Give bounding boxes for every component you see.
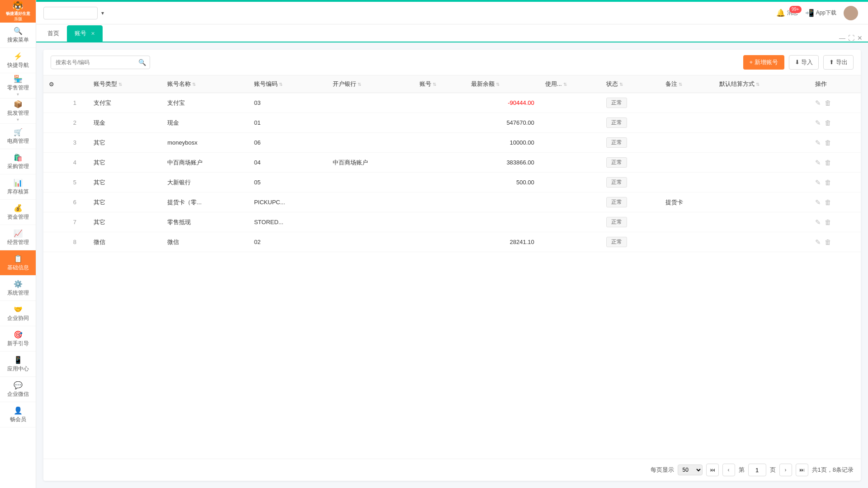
col-status[interactable]: 状态⇅ [601, 75, 660, 93]
row-code: 01 [249, 113, 327, 133]
row-gear [43, 93, 61, 113]
last-page-btn[interactable]: ⏭ [796, 464, 808, 476]
sidebar-item-operations-mgmt[interactable]: 📈 经营管理 [0, 225, 36, 250]
row-account-no [414, 153, 466, 173]
prev-page-btn[interactable]: ‹ [722, 464, 735, 476]
sidebar-item-inventory-calc[interactable]: 📊 库存核算 [0, 174, 36, 200]
delete-icon[interactable]: 🗑 [825, 218, 831, 226]
row-account-no [414, 173, 466, 192]
tab-account[interactable]: 账号 ✕ [67, 25, 103, 42]
sidebar-item-label: 资金管理 [7, 213, 29, 221]
sidebar-item-quick-nav[interactable]: ⚡ 快捷导航 [0, 48, 36, 73]
content-card: 🔍 + 新增账号 ⬇ 导入 ⬆ 导出 ⚙ 账号类型⇅ 账号名 [43, 50, 861, 481]
edit-icon[interactable]: ✎ [815, 99, 821, 107]
col-account-code[interactable]: 账号编码⇅ [249, 75, 327, 93]
sidebar-item-retail-mgmt[interactable]: 🏪 零售管理 ▾ [0, 73, 36, 99]
page-size-select[interactable]: 50 100 200 [678, 465, 703, 475]
col-open-bank[interactable]: 开户银行⇅ [327, 75, 414, 93]
sidebar-item-basic-info[interactable]: 📋 基础信息 [0, 250, 36, 276]
row-gear [43, 212, 61, 232]
row-gear [43, 133, 61, 153]
first-page-btn[interactable]: ⏮ [706, 464, 719, 476]
tab-maximize-btn[interactable]: ⛶ [848, 34, 854, 42]
row-balance [466, 192, 540, 212]
messages-btn[interactable]: 🔔 消息 99+ [776, 9, 798, 17]
search-button[interactable]: 🔍 [135, 56, 150, 69]
row-balance: 10000.00 [466, 133, 540, 153]
delete-icon[interactable]: 🗑 [825, 198, 831, 206]
edit-icon[interactable]: ✎ [815, 238, 821, 246]
sidebar-item-label: 企业微信 [7, 390, 29, 398]
sidebar: 🐯 畅捷通好生意 乐版 🔍 搜索菜单 ⚡ 快捷导航 🏪 零售管理 ▾ 📦 批发管… [0, 0, 36, 488]
sidebar-item-label: 采购管理 [7, 163, 29, 170]
sidebar-item-app-center[interactable]: 📱 应用中心 [0, 352, 36, 377]
table-row: 7 其它 零售抵现 STORED... 正常 ✎ 🗑 [43, 212, 861, 232]
ecommerce-mgmt-icon: 🛒 [14, 128, 23, 136]
sidebar-item-ecommerce-mgmt[interactable]: 🛒 电商管理 [0, 124, 36, 149]
sidebar-item-wholesale-mgmt[interactable]: 📦 批发管理 ▾ [0, 99, 36, 124]
edit-icon[interactable]: ✎ [815, 139, 821, 147]
export-button[interactable]: ⬆ 导出 [823, 55, 854, 70]
delete-icon[interactable]: 🗑 [825, 178, 831, 186]
sidebar-item-label: 新手引导 [7, 340, 29, 347]
delete-icon[interactable]: 🗑 [825, 139, 831, 146]
tab-account-close[interactable]: ✕ [91, 31, 95, 37]
edit-icon[interactable]: ✎ [815, 178, 821, 187]
row-default-settlement [714, 232, 810, 252]
gear-icon[interactable]: ⚙ [49, 81, 54, 88]
row-gear [43, 232, 61, 252]
sidebar-item-search-menu[interactable]: 🔍 搜索菜单 [0, 23, 36, 48]
edit-icon[interactable]: ✎ [815, 198, 821, 206]
sidebar-item-chang-member[interactable]: 👤 畅会员 [0, 402, 36, 427]
edit-icon[interactable]: ✎ [815, 119, 821, 127]
tab-close-btn[interactable]: ✕ [857, 34, 863, 42]
row-name: 大新银行 [162, 173, 249, 192]
quick-nav-icon: ⚡ [14, 52, 23, 61]
sidebar-item-enterprise-agreement[interactable]: 🤝 企业协同 [0, 301, 36, 326]
col-latest-balance[interactable]: 最新余额⇅ [466, 75, 540, 93]
sidebar-item-finance-mgmt[interactable]: 💰 资金管理 [0, 200, 36, 225]
add-account-button[interactable]: + 新增账号 [743, 55, 784, 70]
edit-icon[interactable]: ✎ [815, 218, 821, 226]
col-remark[interactable]: 备注⇅ [660, 75, 713, 93]
row-status: 正常 [601, 173, 660, 192]
next-page-btn[interactable]: › [779, 464, 792, 476]
row-type: 其它 [88, 153, 162, 173]
sidebar-item-enterprise-wechat[interactable]: 💬 企业微信 [0, 377, 36, 402]
tab-home[interactable]: 首页 [40, 25, 67, 42]
row-code: 04 [249, 153, 327, 173]
delete-icon[interactable]: 🗑 [825, 119, 831, 127]
edit-icon[interactable]: ✎ [815, 159, 821, 167]
page-input[interactable] [748, 464, 766, 476]
row-default-settlement [714, 113, 810, 133]
search-input[interactable] [51, 56, 135, 68]
header-right: 🔔 消息 99+ 📲 App下载 [776, 6, 861, 20]
header-dropdown[interactable]: ▾ [101, 10, 104, 16]
delete-icon[interactable]: 🗑 [825, 159, 831, 166]
delete-icon[interactable]: 🗑 [825, 238, 831, 246]
col-account-no[interactable]: 账号⇅ [414, 75, 466, 93]
col-default-settlement[interactable]: 默认结算方式⇅ [714, 75, 810, 93]
user-info[interactable] [844, 6, 861, 20]
col-usage[interactable]: 使用...⇅ [540, 75, 601, 93]
logo-icon: 🐯 [12, 0, 24, 11]
col-account-name[interactable]: 账号名称⇅ [162, 75, 249, 93]
tab-account-label: 账号 [75, 29, 86, 38]
row-default-settlement [714, 93, 810, 113]
delete-icon[interactable]: 🗑 [825, 99, 831, 107]
app-download-btn[interactable]: 📲 App下载 [805, 9, 836, 17]
tab-minimize-btn[interactable]: — [839, 34, 845, 42]
row-type: 现金 [88, 113, 162, 133]
row-code: PICKUPC... [249, 192, 327, 212]
import-button[interactable]: ⬇ 导入 [789, 55, 819, 70]
header-search-input[interactable] [43, 7, 98, 19]
col-account-type[interactable]: 账号类型⇅ [88, 75, 162, 93]
sidebar-item-new-guide[interactable]: 🎯 新手引导 [0, 326, 36, 352]
row-code: STORED... [249, 212, 327, 232]
sidebar-item-system-mgmt[interactable]: ⚙️ 系统管理 [0, 276, 36, 301]
sidebar-item-label: 零售管理 [7, 84, 29, 92]
sidebar-nav: 🔍 搜索菜单 ⚡ 快捷导航 🏪 零售管理 ▾ 📦 批发管理 ▾ 🛒 电商管理 🛍… [0, 23, 36, 488]
row-name: 支付宝 [162, 93, 249, 113]
sidebar-item-purchase-mgmt[interactable]: 🛍️ 采购管理 [0, 149, 36, 174]
row-remark [660, 133, 713, 153]
